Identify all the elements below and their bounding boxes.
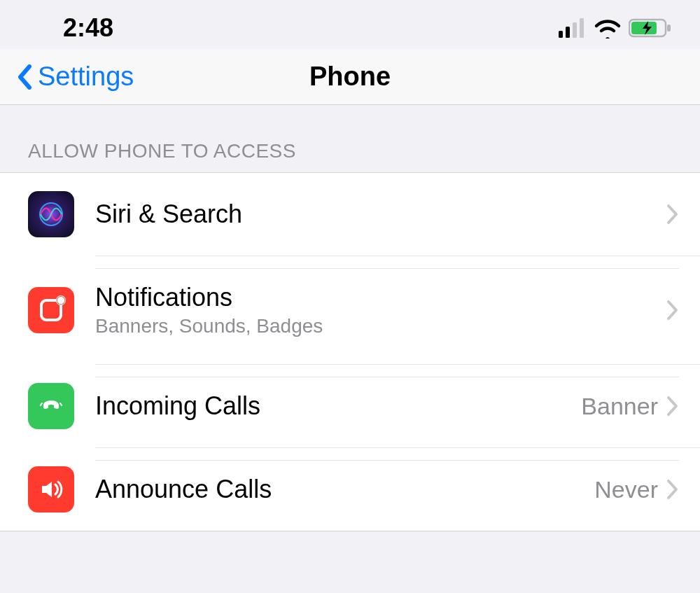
status-icons [559, 18, 672, 39]
cellular-icon [559, 18, 587, 38]
svg-rect-3 [580, 18, 584, 38]
row-label: Announce Calls [95, 475, 594, 504]
svg-point-11 [57, 296, 64, 303]
chevron-left-icon [17, 64, 32, 90]
row-value: Never [594, 476, 658, 503]
row-siri-search[interactable]: Siri & Search [0, 173, 700, 256]
chevron-right-icon [666, 300, 679, 321]
chevron-right-icon [666, 479, 679, 500]
row-label: Incoming Calls [95, 391, 581, 421]
row-sublabel: Banners, Sounds, Badges [95, 315, 666, 337]
back-label: Settings [38, 62, 134, 92]
siri-icon [28, 191, 74, 237]
page-title: Phone [309, 62, 391, 92]
chevron-right-icon [666, 204, 679, 225]
section-header-allow-access: ALLOW PHONE TO ACCESS [0, 105, 700, 172]
svg-rect-5 [667, 25, 671, 32]
row-label: Notifications [95, 283, 666, 312]
row-value: Banner [581, 393, 658, 420]
wifi-icon [594, 18, 622, 39]
row-incoming-calls[interactable]: Incoming Calls Banner [0, 364, 700, 447]
battery-icon [629, 18, 672, 39]
chevron-right-icon [666, 396, 679, 417]
status-bar: 2:48 [0, 0, 700, 49]
row-label: Siri & Search [95, 200, 666, 229]
svg-rect-1 [566, 27, 570, 38]
phone-icon [28, 383, 74, 429]
status-time: 2:48 [63, 13, 113, 43]
row-notifications[interactable]: Notifications Banners, Sounds, Badges [0, 256, 700, 364]
row-announce-calls[interactable]: Announce Calls Never [0, 447, 700, 531]
nav-bar: Settings Phone [0, 49, 700, 105]
settings-list: Siri & Search Notifications Banners, Sou… [0, 172, 700, 531]
notifications-icon [28, 287, 74, 333]
speaker-icon [28, 466, 74, 512]
back-button[interactable]: Settings [17, 62, 134, 92]
svg-rect-0 [559, 31, 563, 38]
svg-rect-2 [573, 22, 577, 38]
